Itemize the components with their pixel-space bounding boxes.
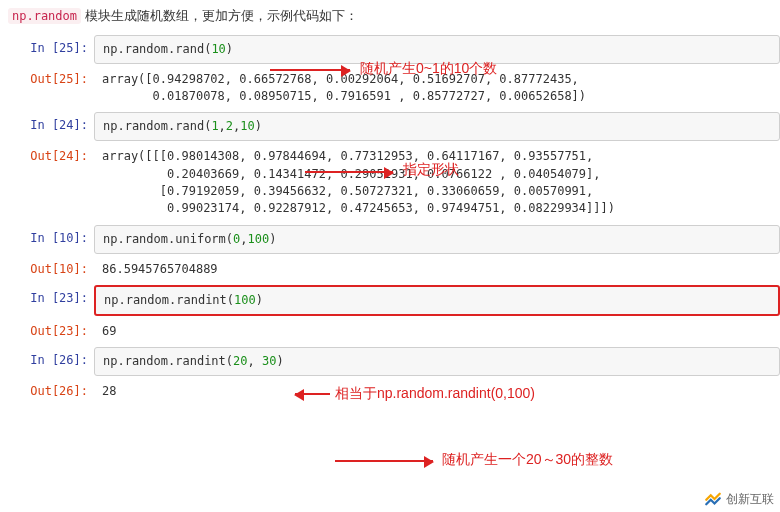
in-prompt: In [26]:	[0, 347, 94, 373]
arrow-26	[335, 460, 433, 462]
input-cell: In [26]:np.random.randint(20, 30)	[0, 347, 780, 376]
in-prompt: In [10]:	[0, 225, 94, 251]
annotation-24: 指定形状	[403, 161, 459, 179]
input-cell: In [23]:np.random.randint(100)	[0, 285, 780, 316]
notebook-area: In [25]:np.random.rand(10)Out[25]:array(…	[0, 31, 780, 406]
watermark-icon	[704, 490, 722, 508]
in-prompt: In [25]:	[0, 35, 94, 61]
intro-line: np.random 模块生成随机数组，更加方便，示例代码如下：	[0, 0, 780, 31]
annotation-23: 相当于np.random.randint(0,100)	[335, 385, 535, 403]
code-input[interactable]: np.random.uniform(0,100)	[94, 225, 780, 254]
arrow-25	[270, 69, 350, 71]
output-cell: Out[23]:69	[0, 318, 780, 345]
code-input[interactable]: np.random.rand(1,2,10)	[94, 112, 780, 141]
code-input[interactable]: np.random.randint(20, 30)	[94, 347, 780, 376]
intro-rest: 模块生成随机数组，更加方便，示例代码如下：	[81, 8, 358, 23]
input-cell: In [10]:np.random.uniform(0,100)	[0, 225, 780, 254]
out-prompt: Out[24]:	[0, 143, 94, 169]
out-prompt: Out[26]:	[0, 378, 94, 404]
arrow-23	[295, 393, 330, 395]
input-cell: In [24]:np.random.rand(1,2,10)	[0, 112, 780, 141]
output-cell: Out[10]:86.5945765704889	[0, 256, 780, 283]
in-prompt: In [24]:	[0, 112, 94, 138]
code-output: 69	[94, 318, 780, 345]
out-prompt: Out[10]:	[0, 256, 94, 282]
out-prompt: Out[23]:	[0, 318, 94, 344]
out-prompt: Out[25]:	[0, 66, 94, 92]
watermark: 创新互联	[704, 490, 774, 508]
code-input[interactable]: np.random.randint(100)	[94, 285, 780, 316]
annotation-26: 随机产生一个20～30的整数	[442, 451, 613, 469]
inline-code-np-random: np.random	[8, 8, 81, 24]
code-output: array([[[0.98014308, 0.97844694, 0.77312…	[94, 143, 780, 223]
watermark-text: 创新互联	[726, 491, 774, 508]
code-output: 86.5945765704889	[94, 256, 780, 283]
arrow-24	[305, 171, 393, 173]
in-prompt: In [23]:	[0, 285, 94, 311]
output-cell: Out[24]:array([[[0.98014308, 0.97844694,…	[0, 143, 780, 223]
annotation-25: 随机产生0~1的10个数	[360, 60, 497, 78]
